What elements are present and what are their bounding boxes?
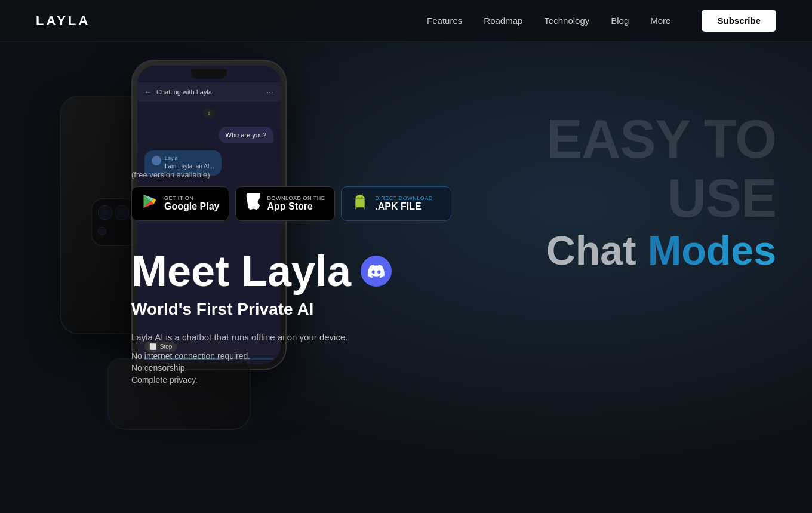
- app-store-sub: Download on the: [267, 195, 325, 201]
- navbar: LAYLA Features Roadmap Technology Blog M…: [0, 0, 812, 42]
- feature-1: No internet connection required.: [131, 351, 812, 361]
- free-label: (free version available): [131, 170, 812, 179]
- hero-description: Layla AI is a chatbot that runs offline …: [131, 331, 812, 345]
- discord-icon: [361, 256, 392, 287]
- google-play-text: GET IT ON Google Play: [164, 195, 219, 212]
- google-play-main: Google Play: [164, 201, 219, 212]
- apk-sub: DIRECT DOWNLOAD: [375, 195, 432, 201]
- logo: LAYLA: [36, 13, 90, 29]
- hero-section: (free version available) GET IT ON: [0, 42, 812, 513]
- nav-link-technology[interactable]: Technology: [544, 16, 589, 26]
- hero-subtitle: World's First Private AI: [131, 300, 812, 319]
- google-play-button[interactable]: GET IT ON Google Play: [131, 186, 229, 221]
- feature-3: Complete privacy.: [131, 375, 812, 385]
- apk-download-button[interactable]: DIRECT DOWNLOAD .APK FILE: [341, 186, 451, 221]
- hero-title: Meet Layla: [131, 250, 812, 293]
- nav-link-blog[interactable]: Blog: [611, 16, 629, 26]
- google-play-sub: GET IT ON: [164, 195, 219, 201]
- nav-links: Features Roadmap Technology Blog More Su…: [427, 10, 776, 32]
- nav-link-features[interactable]: Features: [427, 16, 462, 26]
- apple-icon: [245, 193, 261, 214]
- app-buttons: GET IT ON Google Play Download on the Ap…: [131, 186, 812, 221]
- hero-features: No internet connection required. No cens…: [131, 351, 812, 385]
- app-store-text: Download on the App Store: [267, 195, 325, 212]
- nav-link-roadmap[interactable]: Roadmap: [484, 16, 522, 26]
- android-icon: [351, 193, 369, 214]
- subscribe-button[interactable]: Subscribe: [702, 10, 776, 32]
- app-store-button[interactable]: Download on the App Store: [235, 186, 335, 221]
- hero-content: (free version available) GET IT ON: [131, 170, 812, 385]
- google-play-icon: [142, 193, 158, 214]
- hero-title-text: Meet Layla: [131, 250, 351, 293]
- apk-main: .APK FILE: [375, 201, 432, 212]
- app-store-main: App Store: [267, 201, 325, 212]
- nav-link-more[interactable]: More: [650, 16, 670, 26]
- feature-2: No censorship.: [131, 363, 812, 373]
- apk-text: DIRECT DOWNLOAD .APK FILE: [375, 195, 432, 212]
